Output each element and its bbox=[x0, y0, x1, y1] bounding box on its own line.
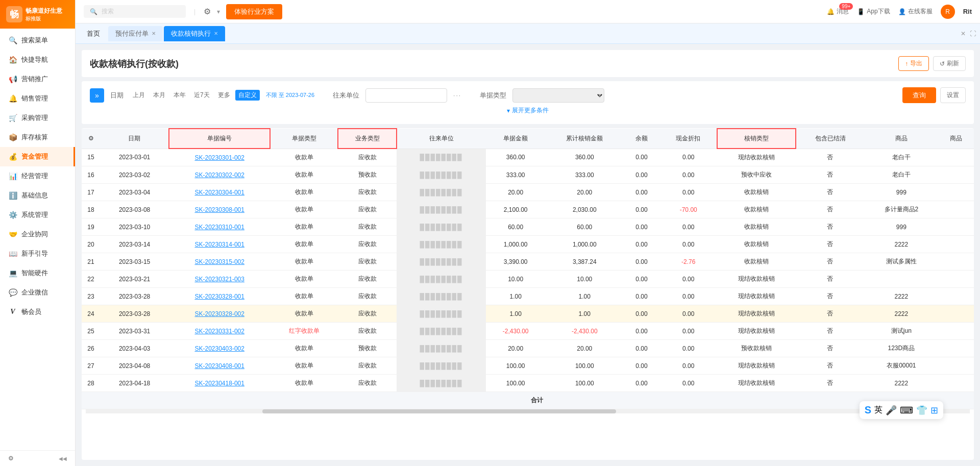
topbar-search[interactable]: 🔍 搜索 bbox=[84, 5, 186, 18]
col-balance-header[interactable]: 余额 bbox=[624, 129, 659, 149]
message-badge[interactable]: 🔔 消息 99+ bbox=[827, 7, 849, 16]
partner-filter-label: 往来单位 bbox=[333, 91, 359, 100]
date-btn-last-month[interactable]: 上月 bbox=[130, 90, 148, 101]
row-docno[interactable]: SK-20230301-002 bbox=[169, 149, 270, 166]
table-row: 192023-03-10SK-20230310-001收款单应收款███████… bbox=[82, 218, 974, 236]
sidebar-item-sales[interactable]: 🔔 销售管理 bbox=[0, 89, 75, 108]
doc-no-link[interactable]: SK-20230308-001 bbox=[194, 206, 244, 213]
col-partner-header[interactable]: 往来单位 bbox=[397, 129, 486, 149]
tab-collection[interactable]: 收款核销执行 ✕ bbox=[164, 26, 225, 41]
doc-no-link[interactable]: SK-20230310-001 bbox=[194, 224, 244, 231]
dropdown-arrow-icon[interactable]: ▾ bbox=[217, 8, 220, 15]
col-doctype-header[interactable]: 单据类型 bbox=[270, 129, 338, 149]
sidebar-item-purchase[interactable]: 🛒 采购管理 bbox=[0, 108, 75, 128]
col-date-header[interactable]: 日期 bbox=[100, 129, 169, 149]
doc-no-link[interactable]: SK-20230301-002 bbox=[194, 154, 244, 161]
row-verifytype: 现结收款核销 bbox=[717, 271, 796, 288]
export-button[interactable]: ↑ 导出 bbox=[898, 56, 929, 71]
tab-collection-close-icon[interactable]: ✕ bbox=[214, 31, 218, 36]
col-cumamount-header[interactable]: 累计核销金额 bbox=[545, 129, 624, 149]
date-btn-7days[interactable]: 近7天 bbox=[191, 90, 213, 101]
date-btn-custom[interactable]: 自定义 bbox=[235, 90, 260, 101]
online-service[interactable]: 👤 在线客服 bbox=[898, 7, 933, 16]
doc-no-link[interactable]: SK-20230314-001 bbox=[194, 241, 244, 248]
doc-no-link[interactable]: SK-20230315-002 bbox=[194, 258, 244, 265]
tab-close-all-icon[interactable]: ✕ bbox=[961, 30, 966, 37]
expand-more-button[interactable]: ▾ 展开更多条件 bbox=[90, 103, 966, 118]
sidebar-item-guide[interactable]: 📖 新手引导 bbox=[0, 244, 75, 263]
settings-icon[interactable]: ⚙ bbox=[8, 455, 14, 462]
col-verifytype-header[interactable]: 核销类型 bbox=[717, 129, 796, 149]
col-includesettled-header[interactable]: 包含已结清 bbox=[796, 129, 864, 149]
solution-button[interactable]: 体验行业方案 bbox=[226, 4, 282, 19]
tab-expand-icon[interactable]: ⛶ bbox=[970, 30, 976, 37]
date-btn-this-year[interactable]: 本年 bbox=[170, 90, 189, 101]
row-docno[interactable]: SK-20230304-001 bbox=[169, 184, 270, 201]
col-amount-header[interactable]: 单据金额 bbox=[486, 129, 546, 149]
doc-no-link[interactable]: SK-20230418-001 bbox=[194, 380, 244, 387]
doc-no-link[interactable]: SK-20230302-002 bbox=[194, 171, 244, 179]
row-docno[interactable]: SK-20230310-001 bbox=[169, 218, 270, 236]
sidebar-item-system[interactable]: ⚙️ 系统管理 bbox=[0, 205, 75, 225]
sidebar-item-finance[interactable]: 💰 资金管理 bbox=[0, 147, 75, 166]
sidebar-item-member[interactable]: V 畅会员 bbox=[0, 302, 75, 322]
sidebar-item-quicknav[interactable]: 🏠 快捷导航 bbox=[0, 50, 75, 69]
col-cashdiscount-header[interactable]: 现金折扣 bbox=[659, 129, 718, 149]
sidebar-item-search[interactable]: 🔍 搜索菜单 bbox=[0, 31, 75, 50]
query-button[interactable]: 查询 bbox=[902, 87, 936, 103]
sidebar-item-marketing[interactable]: 📢 营销推广 bbox=[0, 69, 75, 89]
sidebar-item-enterprise[interactable]: 🤝 企业协同 bbox=[0, 225, 75, 244]
tab-home[interactable]: 首页 bbox=[80, 26, 107, 41]
filter-row: » 日期 上月 本月 本年 近7天 更多 自定义 不限 至 2023-07-26… bbox=[90, 87, 966, 103]
row-docno[interactable]: SK-20230321-003 bbox=[169, 271, 270, 288]
sidebar-item-basic[interactable]: ℹ️ 基础信息 bbox=[0, 186, 75, 205]
col-docno-header[interactable]: 单据编号 bbox=[169, 129, 270, 149]
doc-no-link[interactable]: SK-20230328-001 bbox=[194, 293, 244, 300]
row-docno[interactable]: SK-20230408-001 bbox=[169, 357, 270, 375]
horizontal-scrollbar[interactable] bbox=[86, 409, 970, 413]
doc-no-link[interactable]: SK-20230321-003 bbox=[194, 276, 244, 283]
voucher-type-select[interactable] bbox=[512, 88, 604, 103]
sidebar-item-wechat[interactable]: 💬 企业微信 bbox=[0, 283, 75, 302]
row-docno[interactable]: SK-20230403-002 bbox=[169, 340, 270, 357]
doc-no-link[interactable]: SK-20230328-002 bbox=[194, 310, 244, 317]
doc-no-link[interactable]: SK-20230408-001 bbox=[194, 362, 244, 370]
row-partner: ████████ bbox=[397, 340, 486, 357]
scrollbar-thumb[interactable] bbox=[262, 409, 616, 413]
tab-payable-close-icon[interactable]: ✕ bbox=[152, 31, 156, 36]
row-docno[interactable]: SK-20230302-002 bbox=[169, 166, 270, 184]
gear-settings-icon[interactable]: ⚙ bbox=[204, 7, 211, 16]
sidebar-item-inventory[interactable]: 📦 库存核算 bbox=[0, 128, 75, 147]
row-docno[interactable]: SK-20230308-001 bbox=[169, 201, 270, 218]
row-docno[interactable]: SK-20230328-001 bbox=[169, 288, 270, 305]
row-cashdiscount: 0.00 bbox=[659, 323, 718, 340]
setting-button[interactable]: 设置 bbox=[940, 87, 966, 103]
doc-no-link[interactable]: SK-20230403-002 bbox=[194, 345, 244, 352]
row-docno[interactable]: SK-20230315-002 bbox=[169, 253, 270, 271]
user-avatar[interactable]: R bbox=[941, 5, 955, 19]
doc-no-link[interactable]: SK-20230331-002 bbox=[194, 328, 244, 335]
partner-input[interactable] bbox=[365, 88, 447, 103]
row-goods: 多计量商品2 bbox=[865, 201, 938, 218]
date-btn-more[interactable]: 更多 bbox=[215, 90, 233, 101]
row-partner: ████████ bbox=[397, 357, 486, 375]
collapse-icon[interactable]: ◀◀ bbox=[59, 456, 67, 461]
date-btn-this-month[interactable]: 本月 bbox=[150, 90, 168, 101]
row-balance: 0.00 bbox=[624, 305, 659, 323]
row-docno[interactable]: SK-20230328-002 bbox=[169, 305, 270, 323]
col-goods-header[interactable]: 商品 bbox=[865, 129, 938, 149]
row-docno[interactable]: SK-20230418-001 bbox=[169, 375, 270, 392]
col-goods2-header[interactable]: 商品 bbox=[938, 129, 974, 149]
app-download[interactable]: 📱 App下载 bbox=[857, 7, 890, 16]
col-biztype-header[interactable]: 业务类型 bbox=[338, 129, 397, 149]
refresh-button[interactable]: ↺ 刷新 bbox=[933, 56, 966, 71]
data-table-container: ⚙ 日期 单据编号 单据类型 业务类型 往来单位 单据金额 累计核销金额 余额 … bbox=[82, 128, 974, 460]
doc-no-link[interactable]: SK-20230304-001 bbox=[194, 189, 244, 196]
row-docno[interactable]: SK-20230314-001 bbox=[169, 236, 270, 253]
filter-toggle-button[interactable]: » bbox=[90, 88, 104, 103]
sidebar-item-hardware[interactable]: 💻 智能硬件 bbox=[0, 263, 75, 283]
row-docno[interactable]: SK-20230331-002 bbox=[169, 323, 270, 340]
tab-payable[interactable]: 预付应付单 ✕ bbox=[108, 26, 163, 41]
col-settings-header[interactable]: ⚙ bbox=[82, 129, 100, 149]
sidebar-item-operation[interactable]: 📊 经营管理 bbox=[0, 166, 75, 186]
